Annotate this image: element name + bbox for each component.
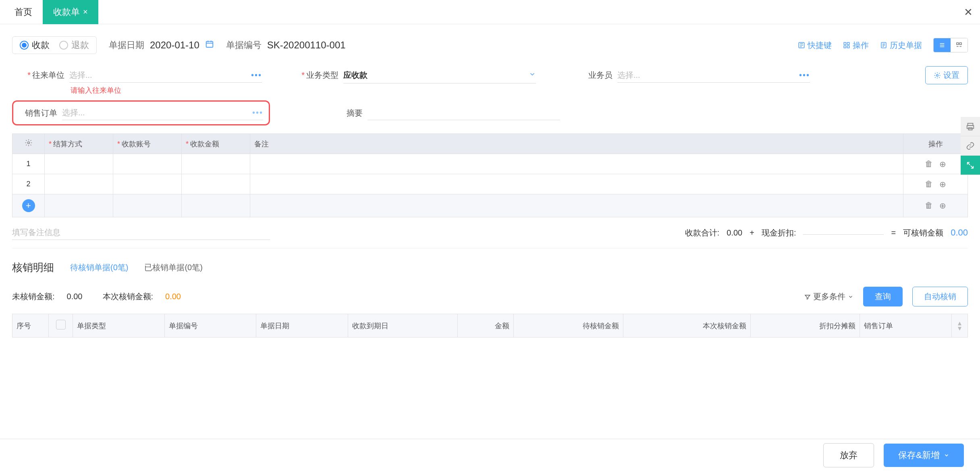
- biz-type-select[interactable]: 应收款: [343, 67, 536, 83]
- header-right: 快捷键 操作 历史单据: [798, 38, 968, 52]
- copy-icon[interactable]: ⊕: [939, 159, 946, 169]
- clerk-select[interactable]: •••: [617, 68, 810, 83]
- remark-input[interactable]: [12, 225, 270, 240]
- svg-point-9: [936, 74, 938, 76]
- form-grid: *往来单位 ••• 请输入往来单位 *业务类型 应收款 业务员: [12, 66, 968, 125]
- row-index: 1: [12, 154, 45, 174]
- unit-select[interactable]: •••: [69, 68, 262, 83]
- discount-input[interactable]: [803, 231, 884, 235]
- tab-receipt[interactable]: 收款单 ×: [43, 0, 98, 24]
- doc-date-value[interactable]: 2020-01-10: [150, 40, 199, 51]
- print-icon[interactable]: [961, 117, 980, 136]
- dots-icon[interactable]: •••: [799, 71, 810, 80]
- doc-no-label: 单据编号: [226, 39, 262, 51]
- sales-order-label: 销售订单: [19, 108, 57, 119]
- unit-input[interactable]: [69, 71, 251, 80]
- verify-title: 核销明细: [12, 261, 54, 275]
- radio-receive[interactable]: 收款: [20, 39, 50, 51]
- doc-no-value: SK-20200110-001: [267, 40, 346, 51]
- view-list-icon[interactable]: [934, 38, 951, 52]
- table-row[interactable]: 1 🗑⊕: [12, 154, 968, 174]
- radio-receive-label: 收款: [32, 39, 50, 51]
- chevron-down-icon[interactable]: [529, 71, 536, 80]
- payment-table: *结算方式 *收款账号 *收款金额 备注 操作 1 🗑⊕ 2 🗑⊕: [12, 133, 968, 217]
- top-tabs: 首页 收款单 × ✕: [0, 0, 980, 24]
- view-grid-icon[interactable]: [951, 38, 968, 52]
- col-ops: 操作: [903, 134, 968, 154]
- radio-circle-icon: [20, 41, 29, 50]
- operate-link[interactable]: 操作: [843, 40, 869, 51]
- tab-receipt-label: 收款单: [53, 6, 80, 18]
- unit-error: 请输入往来单位: [71, 85, 121, 95]
- sales-order-input[interactable]: [62, 108, 252, 117]
- more-conditions[interactable]: 更多条件: [804, 291, 853, 302]
- radio-group: 收款 退款: [12, 36, 97, 54]
- col-amount: *收款金额: [182, 134, 250, 154]
- radio-refund-label: 退款: [71, 39, 89, 51]
- dots-icon[interactable]: •••: [252, 108, 263, 117]
- close-icon[interactable]: ✕: [964, 6, 973, 18]
- delete-icon[interactable]: 🗑: [925, 159, 933, 169]
- svg-rect-5: [847, 46, 849, 48]
- radio-refund[interactable]: 退款: [59, 39, 89, 51]
- form-clerk: 业务员 •••: [560, 66, 810, 84]
- copy-icon[interactable]: ⊕: [939, 179, 946, 189]
- dcol-amount: 金额: [457, 314, 514, 338]
- settings-button[interactable]: 设置: [925, 66, 968, 84]
- clerk-label: 业务员: [560, 70, 612, 81]
- svg-rect-3: [847, 42, 849, 44]
- discount-label: 现金折扣:: [762, 227, 796, 238]
- col-settle: *结算方式: [45, 134, 113, 154]
- subtab-done[interactable]: 已核销单据(0笔): [144, 262, 202, 273]
- history-link[interactable]: 历史单据: [880, 40, 922, 51]
- summary-input[interactable]: [368, 108, 560, 117]
- copy-icon[interactable]: ⊕: [939, 201, 946, 210]
- tab-close-icon[interactable]: ×: [83, 7, 88, 17]
- subtab-pending[interactable]: 待核销单据(0笔): [70, 262, 128, 273]
- auto-verify-button[interactable]: 自动核销: [912, 287, 968, 306]
- verifiable-label: 可核销金额: [903, 227, 943, 238]
- table-row[interactable]: 2 🗑⊕: [12, 174, 968, 194]
- dcol-due: 收款到期日: [348, 314, 457, 338]
- add-row-button[interactable]: +: [22, 199, 35, 212]
- dcol-order: 销售订单: [860, 314, 952, 338]
- operate-label: 操作: [853, 40, 869, 51]
- biz-type-value: 应收款: [343, 70, 368, 81]
- total-value: 0.00: [727, 228, 742, 238]
- tab-home[interactable]: 首页: [4, 0, 43, 24]
- calendar-icon[interactable]: [205, 40, 214, 51]
- shortcut-link[interactable]: 快捷键: [798, 40, 832, 51]
- summary-row: 收款合计: 0.00 + 现金折扣: = 可核销金额 0.00: [12, 217, 968, 248]
- verify-subtabs: 待核销单据(0笔) 已核销单据(0笔): [70, 262, 203, 273]
- clerk-input[interactable]: [617, 71, 799, 80]
- doc-date: 单据日期 2020-01-10: [109, 39, 214, 51]
- more-cond-label: 更多条件: [813, 291, 845, 302]
- save-button[interactable]: 保存&新增: [884, 444, 964, 467]
- filter-row: 未核销金额: 0.00 本次核销金额: 0.00 更多条件 查询 自动核销: [12, 287, 968, 306]
- expand-icon[interactable]: [961, 156, 980, 175]
- delete-icon[interactable]: 🗑: [925, 201, 933, 210]
- link-icon[interactable]: [961, 136, 980, 156]
- dcol-scroll[interactable]: ▴▾: [952, 314, 968, 338]
- settings-label: 设置: [943, 70, 959, 81]
- view-toggle: [933, 38, 968, 52]
- sales-order-select[interactable]: •••: [62, 106, 263, 120]
- svg-rect-4: [844, 46, 846, 48]
- dcol-date: 单据日期: [256, 314, 348, 338]
- unverified-value: 0.00: [67, 292, 83, 301]
- chevron-down-icon: [944, 452, 949, 458]
- dcol-checkbox[interactable]: [49, 314, 73, 338]
- cancel-button[interactable]: 放弃: [823, 443, 874, 467]
- summary-input-wrap[interactable]: [368, 106, 560, 120]
- dots-icon[interactable]: •••: [251, 71, 262, 80]
- equals: =: [891, 228, 896, 238]
- form-biz-type: *业务类型 应收款: [286, 66, 536, 84]
- dcol-seq: 序号: [12, 314, 49, 338]
- form-unit: *往来单位 •••: [12, 66, 262, 84]
- delete-icon[interactable]: 🗑: [925, 179, 933, 189]
- dcol-discount: 折扣分摊额: [750, 314, 860, 338]
- gear-header[interactable]: [12, 134, 45, 154]
- doc-no: 单据编号 SK-20200110-001: [226, 39, 346, 51]
- query-button[interactable]: 查询: [863, 287, 903, 306]
- form-summary: 摘要: [310, 100, 560, 125]
